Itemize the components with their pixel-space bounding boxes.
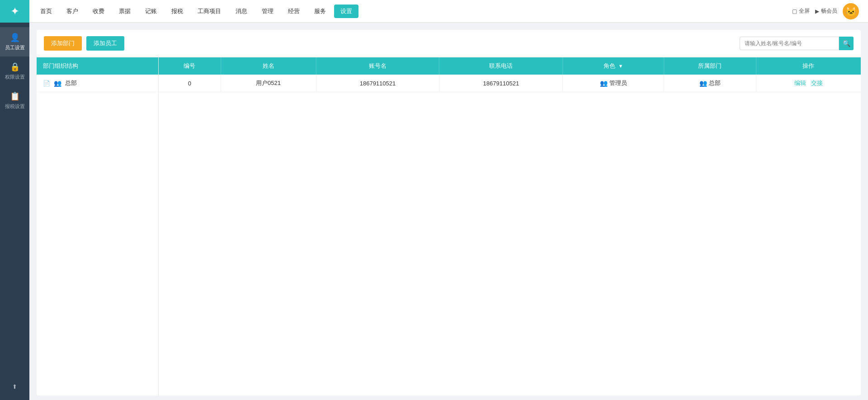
dept-icon: 👥: [699, 80, 707, 87]
search-icon: 🔍: [843, 40, 850, 47]
nav-item-经营[interactable]: 经营: [282, 5, 306, 18]
tree-item-label: 总部: [65, 79, 77, 87]
table-body: 0 用户0521 18679110521 18679110521 👥 管理员 👥…: [159, 75, 861, 92]
cell-dept: 👥 总部: [664, 75, 756, 92]
avatar[interactable]: 🐱: [843, 3, 859, 19]
role-value: 管理员: [609, 79, 627, 87]
filter-icon: ▼: [618, 63, 623, 69]
nav-item-消息[interactable]: 消息: [229, 5, 254, 18]
main-content: 添加部门 添加员工 🔍 部门组织结构 📄: [29, 23, 868, 400]
layout: 👤 员工设置🔒 权限设置📋 报税设置 ⬆ 添加部门 添加员工 🔍: [0, 23, 868, 400]
sidebar-icon: 👤: [10, 33, 20, 42]
tree-panel: 部门组织结构 📄 👥 总部: [37, 57, 159, 395]
col-dept: 所属部门: [664, 57, 756, 75]
sidebar-label: 报税设置: [5, 103, 25, 110]
member-button[interactable]: ▶ 畅会员: [815, 7, 837, 15]
nav-item-首页[interactable]: 首页: [34, 5, 58, 18]
table-head: 编号 姓名 账号名 联系电话: [159, 57, 861, 75]
content-body: 部门组织结构 📄 👥 总部 编号: [37, 57, 861, 395]
cell-actions: 编辑 交接: [756, 75, 861, 92]
tree-header: 部门组织结构: [37, 57, 158, 75]
cell-account: 18679110521: [316, 75, 439, 92]
search-area: 🔍: [740, 37, 854, 50]
nav-item-服务[interactable]: 服务: [308, 5, 332, 18]
col-phone: 联系电话: [439, 57, 563, 75]
nav-items: 首页客户收费票据记账报税工商项目消息管理经营服务设置: [29, 5, 792, 18]
file-icon: 📄: [43, 80, 50, 87]
nav-item-票据[interactable]: 票据: [113, 5, 137, 18]
table-header-row: 编号 姓名 账号名 联系电话: [159, 57, 861, 75]
col-name: 姓名: [221, 57, 316, 75]
fullscreen-button[interactable]: ▢ 全屏: [792, 7, 810, 15]
sidebar-item-员工设置[interactable]: 👤 员工设置: [0, 27, 29, 56]
avatar-emoji: 🐱: [845, 6, 857, 17]
dept-value: 总部: [709, 79, 721, 87]
add-emp-button[interactable]: 添加员工: [86, 36, 124, 51]
sidebar-label: 员工设置: [5, 44, 25, 51]
top-nav: ✦ 首页客户收费票据记账报税工商项目消息管理经营服务设置 ▢ 全屏 ▶ 畅会员 …: [0, 0, 868, 23]
table-panel: 编号 姓名 账号名 联系电话: [159, 57, 861, 395]
transfer-link[interactable]: 交接: [811, 80, 823, 86]
nav-item-收费[interactable]: 收费: [86, 5, 111, 18]
col-actions: 操作: [756, 57, 861, 75]
role-icon: 👥: [600, 80, 608, 87]
tree-user-icon: 👥: [54, 80, 61, 87]
nav-item-记账[interactable]: 记账: [139, 5, 163, 18]
sidebar-icon: 🔒: [10, 62, 20, 72]
edit-link[interactable]: 编辑: [794, 80, 806, 86]
sidebar: 👤 员工设置🔒 权限设置📋 报税设置 ⬆: [0, 23, 29, 400]
content-card: 添加部门 添加员工 🔍 部门组织结构 📄: [37, 30, 861, 395]
search-input[interactable]: [740, 37, 839, 50]
logo-icon: ✦: [10, 5, 19, 18]
sidebar-item-权限设置[interactable]: 🔒 权限设置: [0, 56, 29, 86]
cell-role: 👥 管理员: [563, 75, 664, 92]
tree-header-label: 部门组织结构: [43, 62, 78, 69]
fullscreen-icon: ▢: [792, 8, 797, 14]
toolbar: 添加部门 添加员工 🔍: [37, 30, 861, 57]
cell-name: 用户0521: [221, 75, 316, 92]
upload-icon: ⬆: [12, 383, 17, 390]
cell-phone: 18679110521: [439, 75, 563, 92]
member-label: 畅会员: [821, 7, 837, 15]
sidebar-label: 权限设置: [5, 74, 25, 80]
col-role[interactable]: 角色 ▼: [563, 57, 664, 75]
nav-item-报税[interactable]: 报税: [165, 5, 189, 18]
member-icon: ▶: [815, 8, 819, 14]
search-button[interactable]: 🔍: [839, 37, 854, 50]
table-row: 0 用户0521 18679110521 18679110521 👥 管理员 👥…: [159, 75, 861, 92]
add-dept-button[interactable]: 添加部门: [44, 36, 82, 51]
sidebar-icon: 📋: [10, 91, 20, 101]
nav-item-管理[interactable]: 管理: [255, 5, 280, 18]
nav-item-设置[interactable]: 设置: [334, 5, 359, 18]
sidebar-bottom-button[interactable]: ⬆: [0, 378, 29, 395]
employee-table: 编号 姓名 账号名 联系电话: [159, 57, 861, 92]
logo: ✦: [0, 0, 29, 23]
cell-id: 0: [159, 75, 221, 92]
col-account: 账号名: [316, 57, 439, 75]
tree-item-general[interactable]: 📄 👥 总部: [37, 75, 158, 92]
nav-right: ▢ 全屏 ▶ 畅会员 🐱: [792, 3, 868, 19]
nav-item-客户[interactable]: 客户: [60, 5, 85, 18]
sidebar-item-报税设置[interactable]: 📋 报税设置: [0, 86, 29, 115]
nav-item-工商项目[interactable]: 工商项目: [191, 5, 227, 18]
fullscreen-label: 全屏: [799, 7, 810, 15]
col-id: 编号: [159, 57, 221, 75]
